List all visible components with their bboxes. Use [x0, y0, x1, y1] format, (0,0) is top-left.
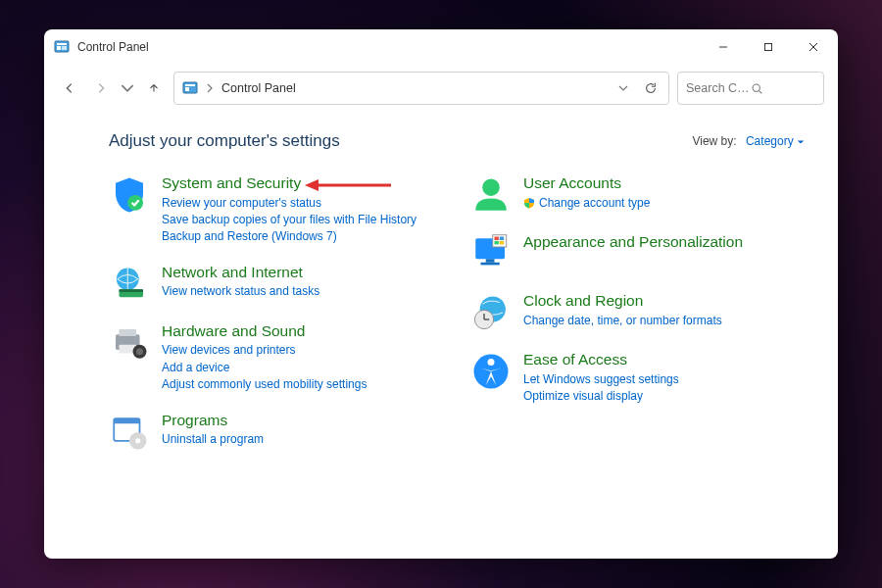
refresh-button[interactable]	[641, 81, 661, 95]
shield-icon	[109, 174, 150, 216]
back-button[interactable]	[58, 73, 81, 104]
close-button[interactable]	[791, 29, 836, 65]
category-title[interactable]: Programs	[162, 412, 264, 430]
category-link[interactable]: Uninstall a program	[162, 431, 264, 448]
globe-icon	[109, 264, 150, 305]
svg-rect-9	[185, 84, 195, 86]
category-title[interactable]: Ease of Access	[523, 351, 679, 369]
category-network: Network and Internet View network status…	[109, 264, 443, 305]
category-system-security: System and Security Review your computer…	[109, 174, 443, 246]
svg-point-42	[488, 359, 495, 366]
clock-globe-icon	[470, 292, 512, 333]
svg-rect-31	[481, 263, 500, 266]
user-icon	[470, 174, 512, 216]
category-link[interactable]: View network status and tasks	[162, 283, 319, 300]
svg-marker-15	[305, 179, 318, 191]
window-title: Control Panel	[77, 40, 149, 54]
uac-shield-icon	[523, 197, 535, 209]
svg-rect-2	[57, 46, 61, 50]
maximize-button[interactable]	[746, 29, 791, 65]
svg-rect-3	[62, 46, 67, 50]
search-placeholder: Search Control P...	[686, 81, 751, 95]
titlebar: Control Panel	[44, 29, 838, 65]
svg-rect-30	[486, 259, 495, 263]
address-icon	[182, 80, 198, 96]
address-bar[interactable]: Control Panel	[173, 72, 669, 105]
left-column: System and Security Review your computer…	[109, 174, 443, 453]
category-link[interactable]: Change account type	[523, 195, 650, 212]
category-programs: Programs Uninstall a program	[109, 412, 443, 453]
chevron-right-icon	[206, 83, 214, 93]
recent-dropdown[interactable]	[121, 73, 134, 104]
category-appearance: Appearance and Personalization	[470, 233, 805, 274]
annotation-arrow	[305, 176, 393, 194]
minimize-button[interactable]	[701, 29, 746, 65]
svg-rect-33	[495, 237, 499, 241]
page-title: Adjust your computer's settings	[109, 131, 692, 151]
forward-button[interactable]	[89, 73, 113, 104]
category-link[interactable]: Review your computer's status	[162, 195, 416, 212]
svg-rect-5	[765, 44, 772, 51]
category-title[interactable]: Clock and Region	[523, 292, 722, 311]
svg-point-11	[753, 84, 760, 91]
accessibility-icon	[470, 351, 512, 392]
svg-rect-18	[120, 289, 144, 292]
category-title[interactable]: Hardware and Sound	[162, 322, 367, 341]
window: Control Panel Control Panel Search Contr…	[44, 29, 838, 559]
svg-rect-10	[185, 87, 189, 91]
category-link[interactable]: Optimize visual display	[523, 388, 679, 405]
category-clock: Clock and Region Change date, time, or n…	[470, 292, 805, 333]
svg-rect-34	[500, 237, 504, 241]
category-link[interactable]: Change date, time, or number formats	[523, 313, 722, 329]
category-title[interactable]: User Accounts	[523, 174, 650, 193]
svg-line-12	[760, 90, 762, 93]
printer-icon	[109, 322, 150, 364]
category-link[interactable]: Backup and Restore (Windows 7)	[162, 228, 416, 245]
content: Adjust your computer's settings View by:…	[44, 112, 838, 559]
app-icon	[54, 39, 70, 55]
svg-rect-25	[114, 418, 139, 423]
svg-point-23	[136, 348, 143, 355]
category-link[interactable]: View devices and printers	[162, 342, 367, 359]
svg-rect-36	[500, 241, 504, 245]
svg-rect-35	[495, 241, 499, 245]
category-link[interactable]: Adjust commonly used mobility settings	[162, 376, 367, 393]
category-link[interactable]: Save backup copies of your files with Fi…	[162, 212, 416, 228]
breadcrumb[interactable]: Control Panel	[221, 81, 296, 95]
programs-icon	[109, 412, 150, 453]
monitor-icon	[470, 233, 512, 274]
view-by: View by: Category	[692, 134, 805, 148]
svg-point-28	[482, 178, 500, 196]
category-hardware: Hardware and Sound View devices and prin…	[109, 322, 443, 394]
category-title[interactable]: Appearance and Personalization	[523, 233, 743, 252]
category-link[interactable]: Add a device	[162, 360, 367, 376]
svg-rect-20	[120, 329, 137, 336]
view-by-dropdown[interactable]: Category	[746, 134, 805, 148]
right-column: User Accounts Change account type Appear…	[470, 174, 805, 453]
category-title[interactable]: Network and Internet	[162, 264, 319, 282]
category-user-accounts: User Accounts Change account type	[470, 174, 805, 216]
toolbar: Control Panel Search Control P...	[44, 65, 838, 112]
svg-rect-1	[57, 43, 67, 45]
category-ease-of-access: Ease of Access Let Windows suggest setti…	[470, 351, 805, 405]
history-dropdown[interactable]	[613, 83, 633, 93]
category-link[interactable]: Let Windows suggest settings	[523, 371, 679, 388]
svg-point-27	[135, 438, 140, 443]
up-button[interactable]	[142, 73, 166, 104]
search-icon	[751, 82, 815, 95]
search-input[interactable]: Search Control P...	[677, 72, 824, 105]
